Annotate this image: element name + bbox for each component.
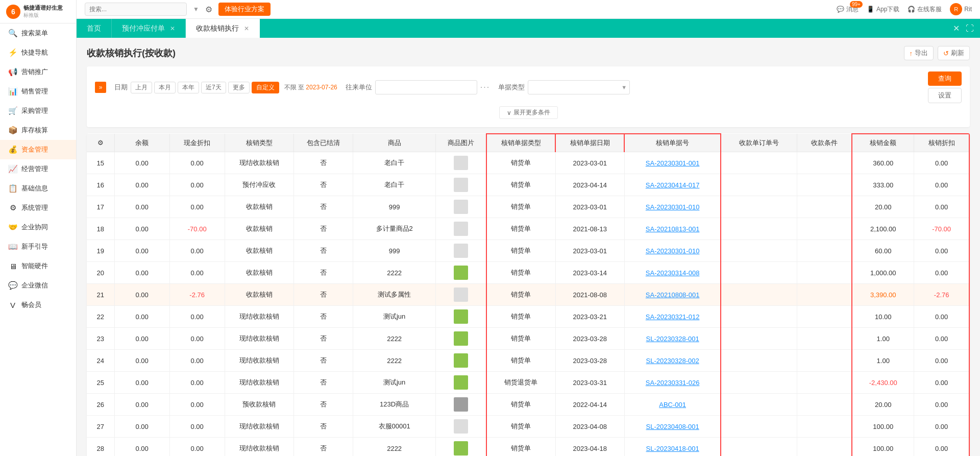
tab-home[interactable]: 首页 bbox=[77, 19, 112, 38]
expand-btn[interactable]: ∨ 展开更多条件 bbox=[499, 106, 558, 119]
cell-included: 否 bbox=[293, 196, 353, 218]
cell-verify-discount: 0.00 bbox=[914, 152, 969, 174]
th-settings[interactable]: ⚙ bbox=[87, 134, 114, 152]
billtype-select[interactable] bbox=[528, 80, 630, 94]
cell-receipt-order bbox=[721, 372, 797, 394]
bill-num-link[interactable]: SA-20230414-017 bbox=[646, 181, 700, 189]
sidebar-item-采购管理[interactable]: 🛒采购管理 bbox=[0, 101, 76, 121]
cell-bill-date: 2021-08-13 bbox=[555, 218, 624, 240]
date-prev-month[interactable]: 上月 bbox=[131, 82, 152, 93]
sidebar-item-销售管理[interactable]: 📊销售管理 bbox=[0, 82, 76, 101]
bill-num-link[interactable]: SL-20230418-001 bbox=[646, 445, 699, 452]
cell-verify-type: 预收款核销 bbox=[225, 394, 293, 416]
date-custom[interactable]: 自定义 bbox=[252, 82, 279, 93]
gear-icon[interactable]: ⚙ bbox=[205, 5, 212, 14]
cell-receipt-cond bbox=[797, 372, 852, 394]
export-btn[interactable]: ↑ 导出 bbox=[904, 46, 934, 60]
sidebar-label: 销售管理 bbox=[21, 87, 48, 96]
date-more[interactable]: 更多 bbox=[228, 82, 250, 93]
cell-verify-discount: 0.00 bbox=[914, 350, 969, 372]
unit-input[interactable] bbox=[375, 80, 477, 94]
sidebar-item-新手引导[interactable]: 📖新手引导 bbox=[0, 237, 76, 256]
close-prepay-icon[interactable]: ✕ bbox=[170, 25, 175, 32]
date-this-year[interactable]: 本年 bbox=[178, 82, 199, 93]
close-receipt-icon[interactable]: ✕ bbox=[244, 25, 249, 32]
sidebar-item-企业协同[interactable]: 🤝企业协同 bbox=[0, 218, 76, 237]
online-service-btn[interactable]: 🎧 在线客服 bbox=[908, 5, 942, 14]
cell-included: 否 bbox=[293, 350, 353, 372]
date-7days[interactable]: 近7天 bbox=[201, 82, 226, 93]
sidebar-item-资金管理[interactable]: 💰资金管理 bbox=[0, 140, 76, 159]
query-btn[interactable]: 查询 bbox=[928, 71, 962, 86]
setting-btn[interactable]: 设置 bbox=[928, 88, 962, 103]
cell-receipt-cond bbox=[797, 196, 852, 218]
bill-num-link[interactable]: ABC-001 bbox=[659, 401, 686, 409]
message-btn[interactable]: 💬 消息 99+ bbox=[837, 5, 859, 14]
filter-unit-group: 往来单位 ··· bbox=[346, 80, 490, 94]
cell-bill-num: SA-20210813-001 bbox=[624, 218, 721, 240]
sidebar-label: 经营管理 bbox=[21, 164, 48, 174]
cell-num: 24 bbox=[87, 350, 114, 372]
cell-receipt-cond bbox=[797, 394, 852, 416]
bill-num-link[interactable]: SA-20230331-026 bbox=[646, 379, 700, 387]
sidebar-item-畅会员[interactable]: V畅会员 bbox=[0, 295, 76, 315]
cell-verify-amount: 360.00 bbox=[852, 152, 914, 174]
cell-bill-date: 2023-03-01 bbox=[555, 240, 624, 262]
cell-num: 21 bbox=[87, 284, 114, 306]
bill-num-link[interactable]: SA-20210813-001 bbox=[646, 225, 700, 233]
bill-num-link[interactable]: SA-20230314-008 bbox=[646, 269, 700, 277]
bill-num-link[interactable]: SA-20230301-001 bbox=[646, 159, 700, 167]
cell-verify-type: 现结收款核销 bbox=[225, 328, 293, 350]
bill-num-link[interactable]: SL-20230328-001 bbox=[646, 335, 699, 343]
filter-collapse-btn[interactable]: » bbox=[95, 82, 106, 93]
cell-goods: 999 bbox=[353, 196, 436, 218]
refresh-btn[interactable]: ↺ 刷新 bbox=[938, 46, 970, 60]
trial-btn[interactable]: 体验行业方案 bbox=[218, 3, 271, 16]
bill-num-link[interactable]: SA-20230301-010 bbox=[646, 203, 700, 211]
sidebar-item-营销推广[interactable]: 📢营销推广 bbox=[0, 62, 76, 82]
cell-verify-type: 现结收款核销 bbox=[225, 306, 293, 328]
bill-num-link[interactable]: SA-20230321-012 bbox=[646, 313, 700, 321]
sidebar-item-库存核算[interactable]: 📦库存核算 bbox=[0, 121, 76, 140]
message-icon: 💬 bbox=[837, 6, 844, 13]
sidebar-item-快捷导航[interactable]: ⚡快捷导航 bbox=[0, 43, 76, 62]
cell-balance: 0.00 bbox=[114, 438, 169, 456]
cell-balance: 0.00 bbox=[114, 284, 169, 306]
expand-icon: ∨ bbox=[507, 109, 511, 116]
nav-tabs: 首页 预付冲应付单 ✕ 收款核销执行 ✕ ✕ ⛶ bbox=[77, 19, 980, 38]
tab-receipt[interactable]: 收款核销执行 ✕ bbox=[186, 19, 260, 38]
cell-bill-type: 销货单 bbox=[486, 350, 555, 372]
cell-num: 15 bbox=[87, 152, 114, 174]
bill-num-link[interactable]: SA-20210808-001 bbox=[646, 291, 700, 299]
close-all-icon[interactable]: ✕ bbox=[953, 23, 960, 33]
app-download-btn[interactable]: 📱 App下载 bbox=[867, 5, 899, 14]
cell-receipt-order bbox=[721, 350, 797, 372]
cell-num: 27 bbox=[87, 416, 114, 438]
bill-num-link[interactable]: SL-20230328-002 bbox=[646, 357, 699, 365]
date-option-btns: 上月 本月 本年 近7天 更多 自定义 bbox=[131, 82, 279, 93]
cell-receipt-cond bbox=[797, 152, 852, 174]
bill-num-link[interactable]: SL-20230408-001 bbox=[646, 423, 699, 430]
bill-num-link[interactable]: SA-20230301-010 bbox=[646, 247, 700, 255]
sidebar-item-系统管理[interactable]: ⚙系统管理 bbox=[0, 198, 76, 218]
sidebar-item-搜索菜单[interactable]: 🔍搜索菜单 bbox=[0, 23, 76, 43]
user-avatar[interactable]: R Rit bbox=[950, 3, 972, 15]
date-this-month[interactable]: 本月 bbox=[154, 82, 176, 93]
cell-goods: 多计量商品2 bbox=[353, 218, 436, 240]
tab-prepay[interactable]: 预付冲应付单 ✕ bbox=[112, 19, 186, 38]
search-input[interactable] bbox=[85, 3, 187, 16]
cell-receipt-order bbox=[721, 438, 797, 456]
sidebar-label: 智能硬件 bbox=[21, 261, 48, 271]
sidebar-item-企业微信[interactable]: 💬企业微信 bbox=[0, 276, 76, 295]
cell-bill-num: SL-20230328-002 bbox=[624, 350, 721, 372]
cell-included: 否 bbox=[293, 438, 353, 456]
dropdown-icon: ▼ bbox=[193, 6, 199, 13]
table-row: 16 0.00 0.00 预付冲应收 否 老白干 销货单 2023-04-14 … bbox=[87, 174, 969, 196]
sidebar-item-经营管理[interactable]: 📈经营管理 bbox=[0, 159, 76, 179]
cell-verify-amount: 2,100.00 bbox=[852, 218, 914, 240]
maximize-icon[interactable]: ⛶ bbox=[966, 24, 974, 33]
cell-goods-img bbox=[436, 284, 486, 306]
cell-receipt-order bbox=[721, 196, 797, 218]
sidebar-item-智能硬件[interactable]: 🖥智能硬件 bbox=[0, 256, 76, 276]
sidebar-item-基础信息[interactable]: 📋基础信息 bbox=[0, 179, 76, 198]
